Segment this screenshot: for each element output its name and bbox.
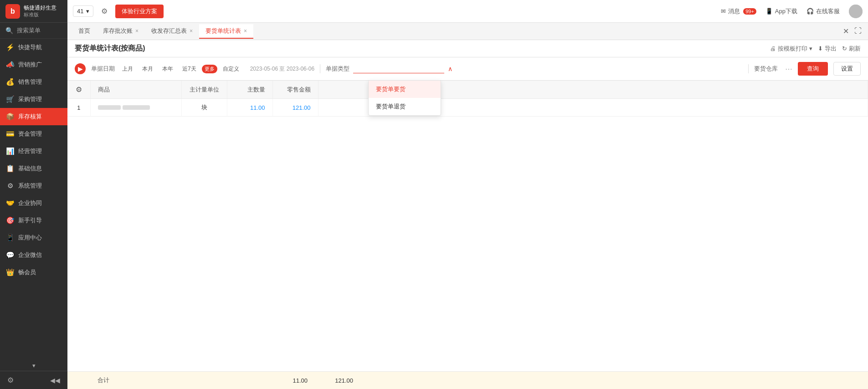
tab-label-home: 首页 <box>78 27 90 35</box>
row-unit: 块 <box>181 99 227 117</box>
warehouse-filter-label: 要货仓库 <box>754 65 778 73</box>
amount-link[interactable]: 121.00 <box>293 104 311 111</box>
tab-order-stat[interactable]: 要货单统计表× <box>199 24 253 39</box>
tab-close-receive[interactable]: × <box>190 28 193 34</box>
dropdown-item-order-out[interactable]: 要货单退货 <box>369 98 441 115</box>
nav-icon-system: ⚙ <box>5 182 15 190</box>
tab-close-order-stat[interactable]: × <box>244 28 247 34</box>
tab-batch[interactable]: 库存批次账× <box>97 24 145 39</box>
date-quick-buttons: 上月 本月 本年 近7天 更多 自定义 <box>118 64 243 74</box>
sidebar-scroll-down[interactable]: ▾ <box>0 360 67 371</box>
print-dropdown-icon: ▾ <box>809 45 812 52</box>
export-button[interactable]: ⬇ 导出 <box>818 45 837 53</box>
company-name: 41 <box>77 8 83 15</box>
sidebar-item-member[interactable]: 👑畅会员 <box>0 264 67 281</box>
nav-icon-inventory: 📦 <box>5 113 15 121</box>
tab-home[interactable]: 首页 <box>72 24 97 39</box>
column-unit: 主计量单位 <box>181 81 227 99</box>
sidebar-item-wechat[interactable]: 💬企业微信 <box>0 246 67 264</box>
tabbar-actions: ✕ ⛶ <box>841 25 863 37</box>
table-empty-space <box>67 117 868 371</box>
sidebar-nav: ⚡快捷导航📣营销推广💰销售管理🛒采购管理📦库存核算💳资金管理📊经营管理📋基础信息… <box>0 39 67 360</box>
refresh-button[interactable]: ↻ 刷新 <box>842 45 861 53</box>
query-button[interactable]: 查询 <box>798 62 828 76</box>
user-avatar[interactable] <box>849 5 863 18</box>
sidebar-item-basic[interactable]: 📋基础信息 <box>0 160 67 177</box>
footer-label: 合计 <box>90 376 269 384</box>
search-icon: 🔍 <box>5 27 13 34</box>
settings-icon[interactable]: ⚙ <box>7 376 14 384</box>
page-header: 要货单统计表(按商品) 🖨 按模板打印 ▾ ⬇ 导出 ↻ 刷新 <box>67 40 868 57</box>
sidebar-header: b 畅捷通好生意 标准版 <box>0 0 67 23</box>
page-title: 要货单统计表(按商品) <box>75 44 145 53</box>
service-action[interactable]: 🎧 在线客服 <box>806 7 840 15</box>
type-filter-group: 单据类型 ∧ <box>326 64 743 73</box>
sidebar-item-operation[interactable]: 📊经营管理 <box>0 143 67 160</box>
nav-icon-enterprise: 🤝 <box>5 199 15 207</box>
type-filter-input[interactable] <box>353 64 444 73</box>
column-settings-icon[interactable]: ⚙ <box>67 81 90 99</box>
message-action[interactable]: ✉ 消息 99+ <box>721 7 756 15</box>
nav-icon-operation: 📊 <box>5 147 15 155</box>
nav-icon-app-center: 📱 <box>5 234 15 242</box>
filter-toggle-button[interactable]: ▶ <box>75 63 86 74</box>
sidebar-item-inventory[interactable]: 📦库存核算 <box>0 108 67 125</box>
close-all-tabs-button[interactable]: ✕ <box>841 25 851 37</box>
tab-close-batch[interactable]: × <box>135 28 139 34</box>
sidebar-item-system[interactable]: ⚙系统管理 <box>0 177 67 194</box>
date-range-display: 2023-05-06 至 2023-06-06 <box>250 65 314 73</box>
nav-icon-wechat: 💬 <box>5 251 15 259</box>
sidebar-item-quick-nav[interactable]: ⚡快捷导航 <box>0 39 67 56</box>
tab-label-receive: 收发存汇总表 <box>151 27 187 35</box>
date-btn-more[interactable]: 更多 <box>202 65 217 73</box>
brand-title: 畅捷通好生意 标准版 <box>24 5 56 18</box>
topbar-settings-icon[interactable]: ⚙ <box>98 5 111 18</box>
row-qty: 11.00 <box>227 99 272 117</box>
app-download-action[interactable]: 📱 App下载 <box>765 7 797 15</box>
date-btn-7days[interactable]: 近7天 <box>179 64 200 74</box>
company-selector[interactable]: 41 ▾ <box>73 5 93 17</box>
sidebar-item-app-center[interactable]: 📱应用中心 <box>0 229 67 246</box>
date-btn-custom[interactable]: 自定义 <box>219 64 243 74</box>
sidebar-item-sales[interactable]: 💰销售管理 <box>0 73 67 91</box>
topbar: 41 ▾ ⚙ 体验行业方案 ✉ 消息 99+ 📱 App下载 🎧 在线客服 <box>67 0 868 23</box>
logo: b <box>5 4 20 19</box>
expand-tabs-button[interactable]: ⛶ <box>853 25 863 37</box>
topbar-right: ✉ 消息 99+ 📱 App下载 🎧 在线客服 <box>721 5 863 18</box>
dropdown-item-order-in[interactable]: 要货单要货 <box>369 81 441 98</box>
date-btn-this-month[interactable]: 本月 <box>139 64 157 74</box>
type-dropdown: 要货单要货 要货单退货 <box>368 80 441 116</box>
page-actions: 🖨 按模板打印 ▾ ⬇ 导出 ↻ 刷新 <box>770 45 861 53</box>
date-btn-this-year[interactable]: 本年 <box>159 64 177 74</box>
filter-area: ▶ 单据日期 上月 本月 本年 近7天 更多 自定义 2023-05-06 至 … <box>67 57 868 81</box>
column-product: 商品 <box>90 81 181 99</box>
qty-link[interactable]: 11.00 <box>250 104 265 111</box>
type-filter-label: 单据类型 <box>326 65 349 73</box>
date-filter-group: 单据日期 上月 本月 本年 近7天 更多 自定义 <box>91 64 243 74</box>
tab-receive[interactable]: 收发存汇总表× <box>145 24 199 39</box>
type-filter-arrow-icon[interactable]: ∧ <box>448 65 452 72</box>
sidebar-item-marketing[interactable]: 📣营销推广 <box>0 56 67 73</box>
sidebar-item-purchase[interactable]: 🛒采购管理 <box>0 91 67 108</box>
column-qty: 主数量 <box>227 81 272 99</box>
column-settings-button[interactable]: 设置 <box>833 62 861 76</box>
footer-amount: 121.00 <box>315 377 360 384</box>
message-badge: 99+ <box>743 8 756 15</box>
nav-icon-finance: 💳 <box>5 130 15 138</box>
sidebar-item-enterprise[interactable]: 🤝企业协同 <box>0 194 67 212</box>
table-footer: 合计 11.00 121.00 <box>67 371 868 389</box>
nav-icon-quick-nav: ⚡ <box>5 43 15 51</box>
print-button[interactable]: 🖨 按模板打印 ▾ <box>770 45 812 53</box>
sidebar-item-finance[interactable]: 💳资金管理 <box>0 125 67 143</box>
warehouse-filter-dots[interactable]: ⋯ <box>785 65 792 73</box>
message-icon: ✉ <box>721 8 726 15</box>
sidebar-item-guide[interactable]: 🎯新手引导 <box>0 212 67 229</box>
nav-icon-purchase: 🛒 <box>5 95 15 103</box>
dropdown-arrow-icon: ▾ <box>86 8 89 15</box>
date-btn-last-month[interactable]: 上月 <box>118 64 137 74</box>
tabbar: 首页库存批次账×收发存汇总表×要货单统计表× ✕ ⛶ <box>67 23 868 40</box>
collapse-icon[interactable]: ◀◀ <box>50 377 60 384</box>
footer-qty: 11.00 <box>269 377 315 384</box>
industry-button[interactable]: 体验行业方案 <box>115 5 164 18</box>
sidebar-search[interactable]: 🔍 搜索菜单 <box>0 23 67 39</box>
